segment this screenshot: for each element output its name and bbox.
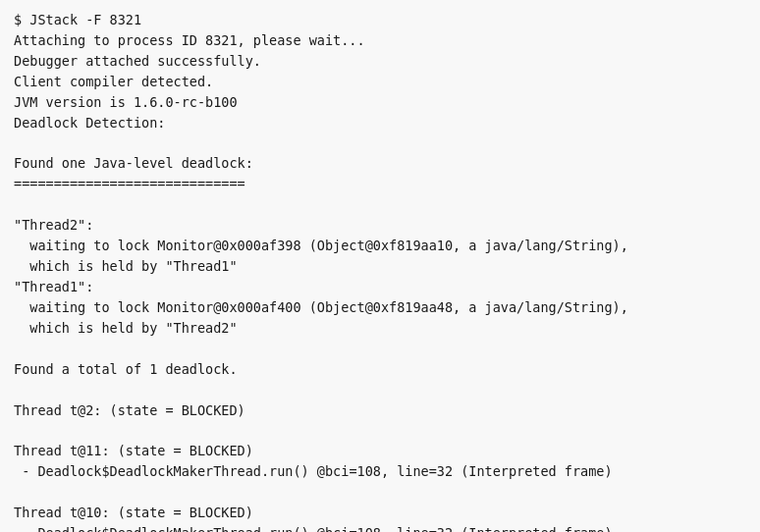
terminal-output: $ JStack -F 8321 Attaching to process ID… [14, 10, 746, 532]
